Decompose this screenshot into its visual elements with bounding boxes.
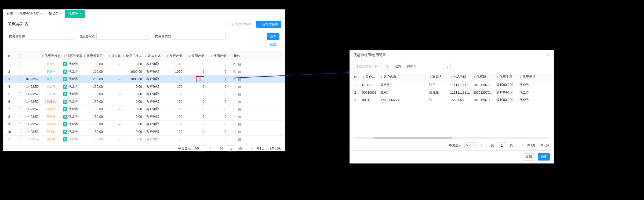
share-icon[interactable]: ⇱ [233, 107, 236, 111]
table-row[interactable]: 414 23:59已过期代代金券150.00--0.00客户领取10000⇱▦ [3, 83, 285, 90]
sort-icon[interactable]: ▲▼ [496, 76, 499, 78]
qrcode-icon[interactable]: ▦ [238, 70, 241, 74]
table-row[interactable]: 307 23:59执行中代代金券200.00--1000.00客户领取10031… [3, 75, 285, 83]
qrcode-icon[interactable]: ▦ [238, 107, 241, 111]
share-icon[interactable]: ⇱ [233, 100, 236, 104]
table-row[interactable]: 1014 23:59待发布代代金券150.00--0.00客户领取10000⇱▦ [3, 128, 285, 136]
table-row[interactable]: 614 23:59已终止代代金券150.00--0.00客户领取10000⇱▦ [3, 98, 285, 106]
per-page-select[interactable]: 50⌄ [194, 146, 206, 151]
table-row[interactable]: 3000117666666666张156 6666 …20191207O…满10… [350, 96, 554, 104]
settings-button[interactable]: 设置 [267, 41, 279, 48]
qrcode-icon[interactable]: ▦ [238, 130, 241, 134]
share-icon[interactable]: ⇱ [233, 122, 236, 126]
share-icon[interactable]: ⇱ [233, 92, 236, 96]
sort-icon[interactable]: ▲▼ [210, 55, 213, 57]
table-row[interactable]: 914 23:59待发布代代金券150.00--0.00客户领取10000⇱▦ [3, 121, 285, 128]
sort-icon[interactable]: ▲▼ [188, 55, 191, 57]
row-checkbox[interactable] [18, 100, 21, 103]
qrcode-icon[interactable]: ▦ [238, 100, 241, 104]
table-row[interactable]: 714 23:59待发布代代金券150.00--0.00客户领取10000⇱▦ [3, 106, 285, 113]
cancel-button[interactable]: 取消 [523, 153, 535, 161]
sort-icon[interactable]: ▲▼ [145, 55, 147, 57]
row-checkbox[interactable] [18, 130, 21, 133]
sort-icon[interactable]: ▲▼ [429, 76, 432, 78]
share-icon[interactable]: ⇱ [233, 77, 236, 81]
prev-page-button[interactable]: ‹ [486, 143, 488, 147]
close-icon[interactable]: ✕ [60, 12, 62, 16]
last-page-button[interactable]: ⟫ [521, 143, 525, 147]
tab-销货单[interactable]: 销货单✕ [46, 10, 65, 18]
sort-icon[interactable]: ▲▼ [380, 76, 383, 78]
sort-icon[interactable]: ▲▼ [41, 55, 44, 57]
table-row[interactable]: 1114 23:59待发布代代金券150.00--0.00客户领取10000⇱▦ [3, 136, 285, 143]
use-count-link[interactable]: 1 [224, 77, 226, 81]
prev-page-button[interactable]: ‹ [215, 147, 217, 150]
sort-icon[interactable]: ▲▼ [450, 76, 453, 78]
query-button[interactable]: 查询 [267, 33, 279, 40]
gear-icon[interactable]: ⚙ [8, 54, 11, 58]
qrcode-icon[interactable]: ▦ [238, 122, 241, 126]
qrcode-icon[interactable]: ▦ [238, 85, 241, 89]
row-checkbox[interactable] [18, 62, 21, 66]
select-all-checkbox[interactable] [18, 54, 21, 58]
tab-优惠券详情页[interactable]: 优惠券详情页✕ [16, 10, 46, 18]
last-page-button[interactable]: ⟫ [250, 147, 254, 150]
row-checkbox[interactable] [18, 85, 21, 88]
qrcode-icon[interactable]: ▦ [238, 77, 241, 81]
tab-优惠券[interactable]: 优惠券✕ [65, 10, 85, 18]
sort-icon[interactable]: ▲▼ [473, 76, 476, 78]
row-checkbox[interactable] [18, 92, 21, 96]
close-icon[interactable]: ✕ [547, 53, 550, 57]
filter-name-input[interactable] [26, 33, 74, 40]
page-input[interactable] [226, 146, 236, 151]
claim-count-link[interactable]: 3 [196, 76, 204, 82]
first-page-button[interactable]: ⟪ [209, 147, 212, 150]
gear-icon[interactable]: ⚙ [354, 75, 357, 79]
horizontal-scrollbar[interactable] [354, 137, 550, 139]
filter-type-select[interactable]: ⌄ [172, 33, 226, 40]
qrcode-icon[interactable]: ▦ [238, 92, 241, 96]
ok-button[interactable]: 确定 [538, 153, 550, 161]
qrcode-icon[interactable]: ▦ [238, 62, 241, 66]
claim-count-link[interactable]: 1 [202, 70, 204, 74]
sort-icon[interactable]: ▲▼ [123, 55, 125, 57]
share-icon[interactable]: ⇱ [233, 115, 236, 119]
sort-icon[interactable]: ▲▼ [108, 55, 110, 57]
add-coupon-button[interactable]: + 新增优惠券 [256, 21, 281, 28]
table-row[interactable]: 1待执行代代金券50.00--0.00客户领取1000⇱▦ [3, 60, 285, 68]
share-icon[interactable]: ⇱ [233, 130, 236, 134]
next-page-button[interactable]: › [516, 143, 518, 147]
share-icon[interactable]: ⇱ [233, 137, 236, 141]
sort-icon[interactable]: ▲▼ [63, 55, 66, 57]
table-row[interactable]: 1RETAIL…零散客户张三1111111111120191207O…满1000… [350, 81, 554, 89]
row-checkbox[interactable] [18, 122, 21, 126]
row-checkbox[interactable] [18, 137, 21, 141]
table-row[interactable]: 814 23:59待发布代代金券150.00--0.00客户领取10000⇱▦ [3, 113, 285, 121]
qrcode-icon[interactable]: ▦ [238, 115, 241, 119]
row-checkbox[interactable] [18, 70, 21, 73]
close-icon[interactable]: ✕ [40, 12, 42, 16]
page-input[interactable] [497, 142, 507, 148]
filter-status-select[interactable]: ⌄ [96, 33, 150, 40]
sort-icon[interactable]: ▲▼ [83, 55, 86, 57]
next-page-button[interactable]: › [245, 147, 248, 150]
row-checkbox[interactable] [18, 115, 21, 118]
table-row[interactable]: 514 23:59已过期代代金券150.00--0.00客户领取10000⇱▦ [3, 90, 285, 98]
share-icon[interactable]: ⇱ [233, 62, 236, 66]
dialog-status-select[interactable]: 已使用 ⌄ [405, 63, 451, 70]
row-checkbox[interactable] [18, 107, 21, 111]
distribute-coupon-button[interactable]: ⎘ 发放优惠券 [229, 21, 254, 28]
table-row[interactable]: 200010001北京1唐先生1111111111120191207O…满100… [350, 89, 554, 96]
share-icon[interactable]: ⇱ [233, 70, 236, 74]
search-input[interactable]: 搜索优惠券名称 🔍 [354, 63, 391, 70]
close-icon[interactable]: ✕ [79, 12, 82, 16]
share-icon[interactable]: ⇱ [233, 85, 236, 89]
tab-首页[interactable]: 首页 [3, 10, 16, 18]
sort-icon[interactable]: ▲▼ [362, 76, 365, 78]
qrcode-icon[interactable]: ▦ [238, 137, 241, 141]
row-checkbox[interactable] [18, 77, 21, 81]
per-page-select[interactable]: 50⌄ [464, 142, 477, 148]
table-row[interactable]: 2执行中代代金券100.00--1000.00客户领取100010⇱▦ [3, 68, 285, 75]
sort-icon[interactable]: ▲▼ [166, 55, 169, 57]
first-page-button[interactable]: ⟪ [479, 143, 483, 147]
